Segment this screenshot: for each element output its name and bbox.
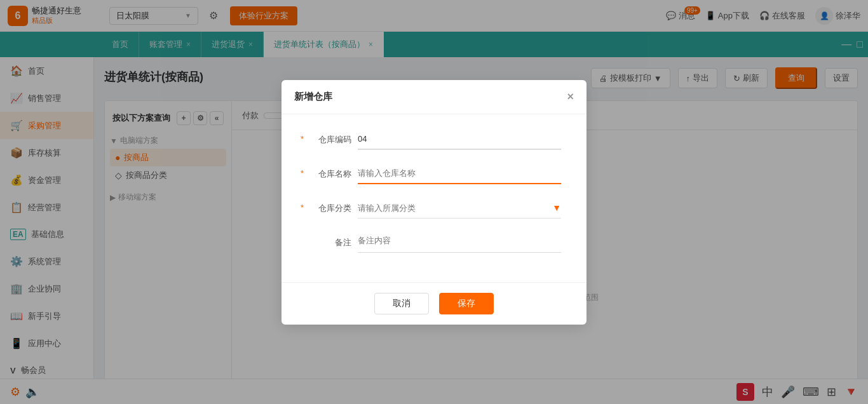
cancel-button[interactable]: 取消 — [374, 293, 429, 314]
dialog-title: 新增仓库 — [294, 91, 332, 103]
warehouse-remark-textarea[interactable] — [358, 232, 561, 253]
category-dropdown-icon: ▼ — [552, 203, 561, 213]
dialog-overlay: 新增仓库 × 仓库编码 仓库名称 仓库分类 ▼ — [0, 0, 868, 404]
dialog-header: 新增仓库 × — [281, 80, 587, 114]
save-button[interactable]: 保存 — [439, 293, 494, 314]
form-row-remark: 备注 — [307, 232, 561, 253]
form-label-category: 仓库分类 — [307, 203, 351, 214]
dialog-footer: 取消 保存 — [281, 282, 587, 325]
dialog-body: 仓库编码 仓库名称 仓库分类 ▼ 备注 — [281, 114, 587, 282]
warehouse-name-input[interactable] — [358, 164, 561, 184]
dialog-close-button[interactable]: × — [567, 90, 574, 104]
form-label-name: 仓库名称 — [307, 168, 351, 180]
form-row-category: 仓库分类 ▼ — [307, 198, 561, 219]
form-row-name: 仓库名称 — [307, 164, 561, 184]
warehouse-category-input[interactable] — [358, 203, 552, 213]
form-label-remark: 备注 — [307, 237, 351, 248]
dialog-add-warehouse: 新增仓库 × 仓库编码 仓库名称 仓库分类 ▼ — [281, 80, 587, 325]
form-label-code: 仓库编码 — [307, 134, 351, 145]
form-row-code: 仓库编码 — [307, 130, 561, 150]
warehouse-code-input[interactable] — [358, 130, 561, 150]
warehouse-category-select[interactable]: ▼ — [358, 198, 561, 219]
